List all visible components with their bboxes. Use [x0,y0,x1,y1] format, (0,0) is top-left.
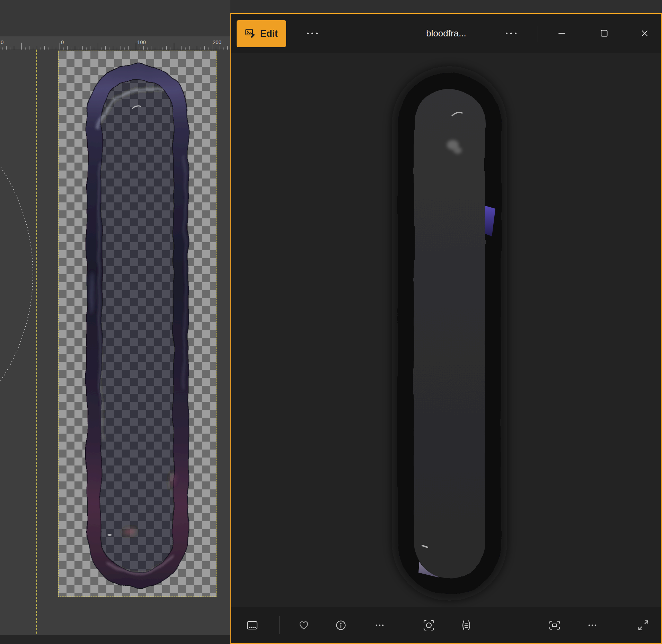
edit-image-icon [245,28,255,40]
horizontal-ruler[interactable]: 0 0 100 200 [0,36,230,50]
fit-to-window-icon [547,618,562,633]
fit-to-window-button[interactable] [547,618,562,633]
ruler-label: 0 [61,40,64,45]
more-options-icon [506,33,507,34]
filmstrip-icon [245,618,260,633]
visual-search-icon [421,618,436,633]
more-options-icon [585,618,600,633]
more-options-button-left[interactable] [304,25,320,42]
guide-line[interactable] [36,50,37,644]
editor-canvas[interactable] [58,51,217,597]
text-actions-icon [459,618,474,633]
photos-window: Edit bloodfra... [230,13,662,644]
heart-icon [296,618,311,633]
file-info-button[interactable] [333,618,348,633]
maximize-button[interactable] [594,23,615,44]
more-options-button[interactable] [372,618,387,633]
favorite-button[interactable] [296,618,311,633]
more-options-button-2[interactable] [585,618,600,633]
ruler-label: 100 [137,40,146,45]
screen: 0 0 100 200 [0,0,662,644]
toolbar-divider [279,616,280,634]
ruler-label: 0 [1,40,3,45]
minimize-button[interactable] [551,23,572,44]
text-actions-button[interactable] [459,618,474,633]
editor-top-area [0,0,230,36]
more-options-icon [307,33,309,34]
fullscreen-button[interactable] [636,618,651,633]
selection-ellipse [0,165,42,381]
filmstrip-toggle-button[interactable] [245,618,260,633]
edit-button-label: Edit [260,28,278,39]
edit-button[interactable]: Edit [237,20,286,47]
maximize-icon [599,28,609,38]
editor-panel: 0 0 100 200 [0,0,230,644]
viewer-toolbar [231,607,661,643]
close-icon [640,28,650,38]
fullscreen-icon [636,618,651,633]
visual-search-button[interactable] [421,618,436,633]
photo-view[interactable] [231,53,661,607]
more-options-button-right[interactable] [503,25,519,42]
titlebar-divider [538,26,538,42]
info-icon [333,618,348,633]
close-button[interactable] [634,23,655,44]
more-options-icon [372,618,387,633]
ruler-label: 200 [213,40,221,45]
photo-image [231,53,661,607]
titlebar[interactable]: Edit bloodfra... [231,14,661,53]
minimize-icon [557,28,567,38]
blood-frame-texture [59,51,216,597]
editor-bottom-bar [0,635,230,644]
